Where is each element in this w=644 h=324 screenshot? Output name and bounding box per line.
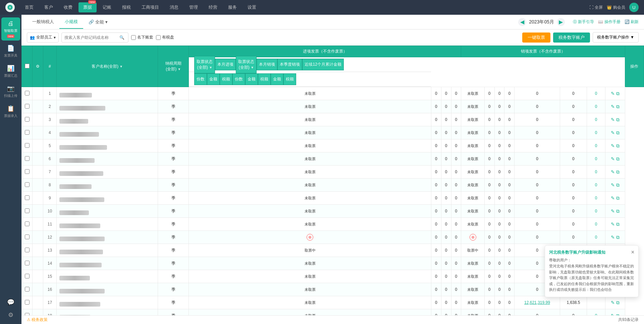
cumulative-link[interactable]: 0	[595, 91, 597, 96]
avatar[interactable]: U	[629, 3, 639, 12]
nav-client[interactable]: 客户	[40, 2, 58, 12]
nav-settings[interactable]: 设置	[243, 2, 261, 12]
row-checkbox[interactable]	[25, 261, 30, 265]
row-checkbox-cell[interactable]	[22, 283, 33, 296]
edit-button[interactable]: ✎	[611, 195, 615, 201]
sidebar-item-invoice-open[interactable]: 📄 发票开具	[1, 42, 20, 61]
row-checkbox-cell[interactable]	[22, 179, 33, 192]
row-checkbox[interactable]	[25, 195, 30, 200]
cumulative-link[interactable]: 0	[595, 313, 597, 315]
new-guide-link[interactable]: ⓪ 新手引导	[573, 19, 594, 25]
row-checkbox[interactable]	[25, 91, 30, 95]
row-checkbox-cell[interactable]	[22, 257, 33, 270]
edit-button[interactable]: ✎	[611, 91, 615, 96]
th-out-status[interactable]: 取票状态(全部) ▼	[236, 56, 257, 73]
edit-button[interactable]: ✎	[611, 104, 615, 110]
ledger-checkbox[interactable]	[131, 35, 136, 40]
tax-disk-checkbox[interactable]	[156, 35, 161, 40]
cumulative-link[interactable]: 0	[595, 209, 597, 213]
edit-button[interactable]: ✎	[611, 117, 615, 123]
cumulative-link[interactable]: 0	[595, 104, 597, 109]
copy-button[interactable]: ⧉	[616, 143, 620, 149]
row-checkbox[interactable]	[25, 117, 30, 122]
tab-all-dropdown[interactable]: 🔗 全能 ▾	[83, 16, 113, 28]
prev-month-button[interactable]: ◀	[518, 18, 526, 26]
row-checkbox[interactable]	[25, 313, 30, 316]
row-checkbox-cell[interactable]	[22, 87, 33, 100]
row-checkbox-cell[interactable]	[22, 126, 33, 139]
copy-button[interactable]: ⧉	[616, 300, 620, 306]
nav-invoice[interactable]: 票据 new	[78, 2, 97, 12]
tab-small-scale[interactable]: 小规模	[59, 15, 83, 29]
cumulative-link[interactable]: 0	[595, 222, 597, 226]
sidebar-item-scan-upload[interactable]: 📷 扫描上传	[1, 82, 20, 101]
row-checkbox-cell[interactable]	[22, 218, 33, 231]
sidebar-item-smart-fetch[interactable]: 🖨 智能取票 new	[1, 17, 20, 41]
cumulative-link[interactable]: 0	[595, 196, 597, 200]
cumulative-link[interactable]: 0	[595, 235, 597, 240]
row-checkbox-cell[interactable]	[22, 152, 33, 166]
edit-button[interactable]: ✎	[611, 235, 615, 240]
copy-button[interactable]: ⧉	[616, 104, 620, 110]
nav-operation[interactable]: 经营	[204, 2, 222, 12]
cumulative-link[interactable]: 0	[595, 170, 597, 174]
search-icon[interactable]: 🔍	[119, 35, 124, 40]
next-month-button[interactable]: ▶	[557, 18, 565, 26]
row-checkbox[interactable]	[25, 143, 30, 148]
th-in-status[interactable]: 取票状态(全部) ▼	[194, 56, 215, 73]
select-all-checkbox[interactable]	[25, 64, 30, 68]
nav-message[interactable]: 消息	[165, 2, 183, 12]
row-checkbox-cell[interactable]	[22, 205, 33, 218]
copy-button[interactable]: ⧉	[616, 91, 620, 96]
refresh-link[interactable]: 🔄 刷新	[625, 19, 639, 25]
edit-button[interactable]: ✎	[611, 182, 615, 188]
row-checkbox-cell[interactable]	[22, 113, 33, 126]
row-checkbox[interactable]	[25, 287, 30, 291]
row-checkbox[interactable]	[25, 248, 30, 252]
edit-button[interactable]: ✎	[611, 130, 615, 136]
row-checkbox[interactable]	[25, 208, 30, 213]
nav-service[interactable]: 服务	[223, 2, 241, 12]
nav-tax[interactable]: 报税	[117, 2, 136, 12]
nav-business[interactable]: 工商项目	[137, 2, 164, 12]
sidebar-item-invoice-entry[interactable]: 📋 票据录入	[1, 102, 20, 121]
row-checkbox-cell[interactable]	[22, 270, 33, 283]
edit-button[interactable]: ✎	[611, 300, 615, 306]
row-checkbox-cell[interactable]	[22, 296, 33, 309]
copy-button[interactable]: ⧉	[616, 313, 620, 316]
digital-account-button[interactable]: 税务数字账户	[553, 33, 590, 43]
one-click-fetch-button[interactable]: 一键取票	[522, 33, 550, 43]
row-checkbox-cell[interactable]	[22, 166, 33, 179]
row-checkbox[interactable]	[25, 274, 30, 278]
cumulative-link[interactable]: 0	[595, 183, 597, 187]
edit-button[interactable]: ✎	[611, 208, 615, 214]
row-checkbox[interactable]	[25, 130, 30, 135]
copy-button[interactable]: ⧉	[616, 195, 620, 201]
tab-general-taxpayer[interactable]: 一般纳税人	[27, 15, 59, 29]
edit-button[interactable]: ✎	[611, 156, 615, 162]
search-box[interactable]: 🔍	[61, 33, 128, 43]
sidebar-item-invoice-summary[interactable]: 📊 票据汇总	[1, 62, 20, 81]
copy-button[interactable]: ⧉	[616, 235, 620, 240]
row-checkbox-cell[interactable]	[22, 231, 33, 244]
tax-disk-check-label[interactable]: 有税盘	[156, 35, 174, 40]
ledger-check-label[interactable]: 名下账套	[131, 35, 153, 40]
notification-close-button[interactable]: ×	[631, 250, 634, 255]
employee-select[interactable]: 👥 全部员工 ▾	[27, 33, 59, 43]
row-checkbox[interactable]	[25, 169, 30, 174]
edit-button[interactable]: ✎	[611, 143, 615, 149]
copy-button[interactable]: ⧉	[616, 156, 620, 162]
cumulative-link[interactable]: 0	[595, 130, 597, 135]
cumulative-link[interactable]: 0	[595, 156, 597, 161]
row-checkbox-cell[interactable]	[22, 100, 33, 113]
search-input[interactable]	[64, 35, 118, 40]
fullscreen-button[interactable]: ⛶ 全屏	[589, 5, 603, 10]
copy-button[interactable]: ⧉	[616, 169, 620, 175]
th-tax-period[interactable]: 纳税周期(全部) ▼	[158, 46, 189, 87]
edit-button[interactable]: ✎	[611, 313, 615, 316]
sidebar-item-gear[interactable]: ⚙	[1, 309, 20, 321]
row-checkbox[interactable]	[25, 300, 30, 305]
row-checkbox[interactable]	[25, 235, 30, 239]
copy-button[interactable]: ⧉	[616, 221, 620, 227]
row-checkbox-cell[interactable]	[22, 192, 33, 205]
